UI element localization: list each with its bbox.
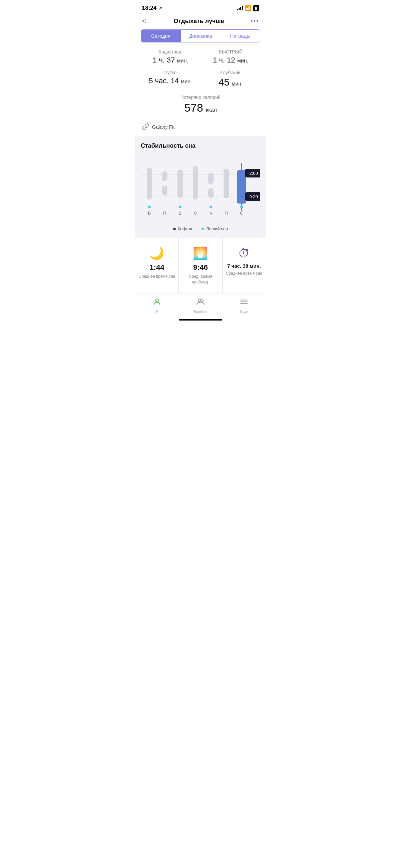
svg-rect-4: [162, 186, 167, 195]
bottom-stat-wake-time: 🌅 9:46 Сред. время пробужд.: [179, 238, 222, 293]
nav-together[interactable]: Together: [179, 298, 222, 313]
home-indicator: [179, 319, 222, 320]
nav-together-label: Together: [193, 310, 208, 313]
stat-awake: Бодрствов. 1 ч. 37 мин.: [142, 49, 199, 64]
sunrise-icon: 🌅: [182, 246, 219, 260]
calories-section: Потеряно калорий 578 ккал: [135, 91, 266, 120]
nav-me[interactable]: Я: [135, 298, 179, 313]
svg-point-29: [156, 299, 159, 302]
nav-more-label: Еще: [240, 310, 248, 313]
avg-sleep-time-label: Среднее время сна: [139, 274, 175, 279]
light-sleep-dot: [202, 227, 204, 230]
nav-more[interactable]: Еще: [222, 298, 266, 313]
svg-text:С: С: [240, 211, 243, 216]
nav-bar: < Отдыхать лучше •••: [135, 14, 266, 29]
device-row: Galaxy Fit: [135, 120, 266, 136]
stat-deep: Глубокий 45 мин.: [202, 70, 259, 88]
legend-caffeine: Кофеин: [173, 226, 193, 231]
stability-section: Стабильность сна 2:0: [135, 136, 266, 238]
svg-rect-5: [178, 169, 183, 198]
bottom-nav: Я Together Еще: [135, 293, 266, 316]
svg-text:Ч: Ч: [210, 211, 213, 216]
svg-rect-2: [147, 168, 152, 199]
avg-duration-value: 7 час. 38 мин.: [226, 263, 262, 269]
avg-wake-time-label: Сред. время пробужд.: [182, 274, 219, 285]
bottom-stat-duration: ⏱ 7 час. 38 мин. Среднее время сна: [222, 238, 266, 293]
svg-text:В: В: [148, 211, 151, 216]
svg-text:2:00: 2:00: [249, 171, 258, 176]
svg-point-18: [148, 206, 151, 208]
svg-text:П: П: [163, 211, 166, 216]
svg-point-20: [210, 206, 212, 208]
svg-rect-7: [208, 173, 214, 185]
svg-point-31: [201, 299, 204, 302]
svg-text:С: С: [194, 211, 197, 216]
device-name: Galaxy Fit: [152, 124, 175, 130]
link-icon: [142, 123, 149, 130]
svg-point-19: [179, 206, 181, 208]
caffeine-dot: [173, 227, 176, 230]
stat-light: Чутко 5 час. 14 мин.: [142, 70, 199, 88]
sleep-stats: Бодрствов. 1 ч. 37 мин. БЫСТРЫЙ 1 ч. 12 …: [135, 42, 266, 91]
avg-sleep-time-value: 1:44: [139, 263, 175, 272]
svg-rect-8: [208, 188, 214, 198]
tab-today[interactable]: Сегодня: [141, 30, 181, 42]
status-bar: 18:24 ↗ 📶 ▮: [135, 0, 266, 14]
status-time: 18:24 ↗: [142, 5, 162, 11]
back-button[interactable]: <: [142, 17, 152, 25]
svg-rect-6: [193, 166, 198, 199]
timer-icon: ⏱: [226, 246, 262, 260]
avg-wake-time-value: 9:46: [182, 263, 219, 272]
legend-light-sleep: Легкий сон: [202, 226, 228, 231]
bottom-stats: 🌙 1:44 Среднее время сна 🌅 9:46 Сред. вр…: [135, 238, 266, 293]
tab-dynamics[interactable]: Динамика: [181, 30, 220, 42]
tab-rewards[interactable]: Награды: [220, 30, 260, 42]
stability-title: Стабильность сна: [141, 143, 260, 149]
sleep-chart: 2:00 9:30 В П В С Ч П С: [141, 156, 260, 223]
nav-me-label: Я: [156, 310, 158, 313]
page-title: Отдыхать лучше: [152, 18, 246, 25]
together-icon: [196, 298, 205, 308]
svg-text:П: П: [224, 211, 227, 216]
avg-duration-label: Среднее время сна: [226, 271, 262, 276]
moon-icon: 🌙: [139, 246, 175, 260]
svg-rect-3: [162, 171, 167, 181]
battery-icon: ▮: [253, 5, 259, 11]
signal-bars-icon: [237, 6, 243, 10]
svg-rect-11: [237, 170, 246, 204]
calories-value: 578 ккал: [142, 101, 259, 114]
svg-rect-9: [223, 169, 229, 198]
svg-point-30: [198, 299, 201, 302]
more-button[interactable]: •••: [246, 18, 259, 25]
bottom-stat-sleep-time: 🌙 1:44 Среднее время сна: [135, 238, 179, 293]
stat-rem: БЫСТРЫЙ 1 ч. 12 мин.: [202, 49, 259, 64]
chart-legend: Кофеин Легкий сон: [141, 226, 260, 231]
status-icons: 📶 ▮: [237, 5, 259, 11]
tab-bar: Сегодня Динамика Награды: [141, 29, 260, 42]
svg-text:В: В: [179, 211, 182, 216]
stats-grid: Бодрствов. 1 ч. 37 мин. БЫСТРЫЙ 1 ч. 12 …: [142, 49, 259, 88]
calories-label: Потеряно калорий: [142, 95, 259, 100]
wifi-icon: 📶: [245, 5, 251, 11]
person-icon: [153, 298, 161, 308]
svg-point-21: [240, 206, 243, 208]
hamburger-icon: [240, 298, 248, 308]
svg-text:9:30: 9:30: [249, 194, 258, 199]
